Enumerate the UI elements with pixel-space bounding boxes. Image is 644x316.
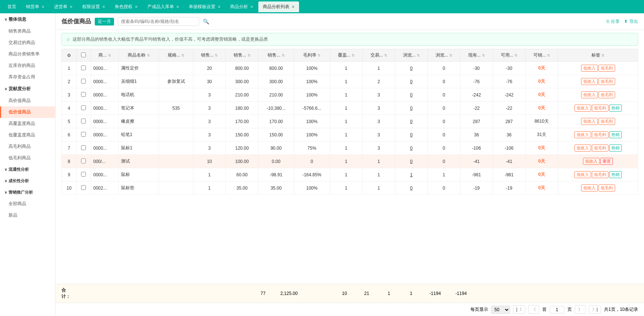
- row-select-checkbox[interactable]: [81, 105, 86, 110]
- sidebar-section-overall[interactable]: 整体信息: [0, 13, 55, 26]
- prev-page-button[interactable]: 〈: [528, 305, 539, 314]
- row-checkbox[interactable]: [76, 62, 91, 75]
- row-select-checkbox[interactable]: [81, 145, 86, 150]
- sidebar-item-category-sales[interactable]: 商品分类销售率: [0, 48, 55, 60]
- nav-tab-role-auth[interactable]: 角色授权 ✕: [110, 1, 142, 12]
- col-sales2[interactable]: 销售... ⇅: [226, 49, 258, 62]
- close-icon[interactable]: ✕: [218, 5, 221, 9]
- browse-link[interactable]: 1: [410, 172, 413, 177]
- row-col7[interactable]: 0: [395, 102, 427, 115]
- page-number-input[interactable]: [550, 306, 564, 313]
- sidebar-item-high-margin[interactable]: 高毛利商品: [0, 141, 55, 152]
- next-page-button[interactable]: 〉: [575, 305, 586, 314]
- browse-link[interactable]: 0: [410, 146, 413, 151]
- row-select-checkbox[interactable]: [81, 185, 86, 190]
- row-col7[interactable]: 0: [395, 62, 427, 75]
- sidebar-item-low-coverage[interactable]: 低覆盖度商品: [0, 129, 55, 141]
- sidebar-item-low-margin[interactable]: 低毛利商品: [0, 152, 55, 164]
- col-name[interactable]: 商品名称 ⇅: [119, 49, 159, 62]
- close-icon[interactable]: ✕: [292, 5, 295, 9]
- col-tags[interactable]: 标签 ⇅: [558, 49, 638, 62]
- row-select-checkbox[interactable]: [81, 65, 86, 70]
- col-available[interactable]: 可用... ⇅: [493, 49, 525, 62]
- close-icon[interactable]: ✕: [102, 5, 105, 9]
- col-current-stock[interactable]: 现有... ⇅: [460, 49, 493, 62]
- close-icon[interactable]: ✕: [176, 5, 179, 9]
- row-checkbox[interactable]: [76, 102, 91, 115]
- nav-tab-purchase[interactable]: 进货单 ✕: [50, 1, 77, 12]
- browse-link[interactable]: 0: [410, 106, 413, 111]
- row-col7[interactable]: 0: [395, 75, 427, 88]
- close-icon[interactable]: ✕: [41, 5, 44, 9]
- sidebar-item-high-value[interactable]: 高价值商品: [0, 95, 55, 106]
- nav-tab-product-analysis[interactable]: 商品分析 ✕: [226, 1, 258, 12]
- sidebar-item-new-products[interactable]: 新品: [0, 210, 55, 221]
- col-browse2[interactable]: 浏览... ⇅: [427, 49, 460, 62]
- row-col7[interactable]: 0: [395, 155, 427, 168]
- col-settings[interactable]: ⚙: [62, 49, 77, 62]
- row-col7[interactable]: 0: [395, 115, 427, 128]
- search-icon[interactable]: 🔍: [203, 18, 209, 24]
- row-checkbox[interactable]: [76, 142, 91, 155]
- browse-link[interactable]: 0: [410, 66, 413, 71]
- col-sales1[interactable]: 销售... ⇅: [193, 49, 226, 62]
- row-col7[interactable]: 0: [395, 128, 427, 142]
- browse-link[interactable]: 0: [410, 186, 413, 191]
- browse-link[interactable]: 0: [410, 159, 413, 164]
- row-checkbox[interactable]: [76, 168, 91, 181]
- sidebar-section-contribution[interactable]: 贡献度分析: [0, 83, 55, 95]
- sidebar-item-low-value[interactable]: 低价值商品: [0, 106, 55, 118]
- close-icon[interactable]: ✕: [250, 5, 253, 9]
- nav-tab-permissions[interactable]: 权限设置 ✕: [78, 1, 110, 12]
- first-page-button[interactable]: |〈: [513, 305, 525, 314]
- nav-tab-product-analysis-list[interactable]: 商品分析列表 ✕: [258, 1, 299, 12]
- row-col7[interactable]: 0: [395, 181, 427, 195]
- select-all-checkbox[interactable]: [81, 52, 86, 57]
- export-button[interactable]: ⬆ 导出: [624, 18, 638, 25]
- col-coverage[interactable]: 覆盖... ⇅: [330, 49, 362, 62]
- browse-link[interactable]: 0: [410, 132, 413, 137]
- nav-tab-sales[interactable]: 销货单 ✕: [21, 1, 49, 12]
- row-checkbox[interactable]: [76, 155, 91, 168]
- col-checkbox[interactable]: [76, 49, 91, 62]
- col-margin[interactable]: 毛利率 ⇅: [294, 49, 330, 62]
- col-code[interactable]: 商... ⇅: [91, 49, 119, 62]
- browse-link[interactable]: 0: [410, 79, 413, 84]
- browse-link[interactable]: 0: [410, 92, 413, 98]
- row-checkbox[interactable]: [76, 115, 91, 128]
- last-page-button[interactable]: 〉|: [589, 305, 601, 314]
- row-col7[interactable]: 0: [395, 88, 427, 102]
- close-icon[interactable]: ✕: [135, 5, 138, 9]
- row-checkbox[interactable]: [76, 181, 91, 195]
- row-select-checkbox[interactable]: [81, 172, 86, 177]
- row-select-checkbox[interactable]: [81, 92, 86, 97]
- filter-tag-recent-month[interactable]: 近一月: [95, 18, 114, 26]
- sidebar-item-traded-products[interactable]: 交易过的商品: [0, 37, 55, 48]
- col-spec[interactable]: 规格... ⇅: [159, 49, 193, 62]
- col-salable[interactable]: 可销... ⇅: [525, 49, 558, 62]
- sidebar-item-all-products[interactable]: 全部商品: [0, 198, 55, 210]
- sidebar-section-growth[interactable]: 成长性分析: [0, 175, 55, 187]
- col-browse1[interactable]: 浏览... ⇅: [395, 49, 427, 62]
- browse-link[interactable]: 0: [410, 119, 413, 124]
- sidebar-section-liquidity[interactable]: 流通性分析: [0, 164, 55, 175]
- nav-tab-template-settings[interactable]: 单据模板设置 ✕: [184, 1, 225, 12]
- row-checkbox[interactable]: [76, 128, 91, 142]
- sidebar-item-sales-products[interactable]: 销售类商品: [0, 26, 55, 37]
- col-sales3[interactable]: 销售... ⇅: [258, 49, 294, 62]
- share-button[interactable]: ⎘ 分享: [607, 18, 620, 25]
- sidebar-section-marketing[interactable]: 营销推广分析: [0, 187, 55, 198]
- row-select-checkbox[interactable]: [81, 79, 86, 84]
- row-select-checkbox[interactable]: [81, 119, 86, 123]
- close-icon[interactable]: ✕: [70, 5, 73, 9]
- row-col7[interactable]: 1: [395, 168, 427, 181]
- sidebar-item-stock-funds[interactable]: 库存资金占用: [0, 71, 55, 83]
- row-select-checkbox[interactable]: [81, 159, 86, 163]
- page-size-select[interactable]: 50 100: [491, 306, 510, 314]
- nav-tab-products-entry[interactable]: 产成品入库单 ✕: [143, 1, 184, 12]
- nav-tab-home[interactable]: 首页: [3, 1, 21, 12]
- search-input[interactable]: [118, 17, 199, 26]
- sidebar-item-near-stock[interactable]: 近库存的商品: [0, 60, 55, 71]
- row-col7[interactable]: 0: [395, 142, 427, 155]
- sidebar-item-high-coverage[interactable]: 高覆盖度商品: [0, 118, 55, 129]
